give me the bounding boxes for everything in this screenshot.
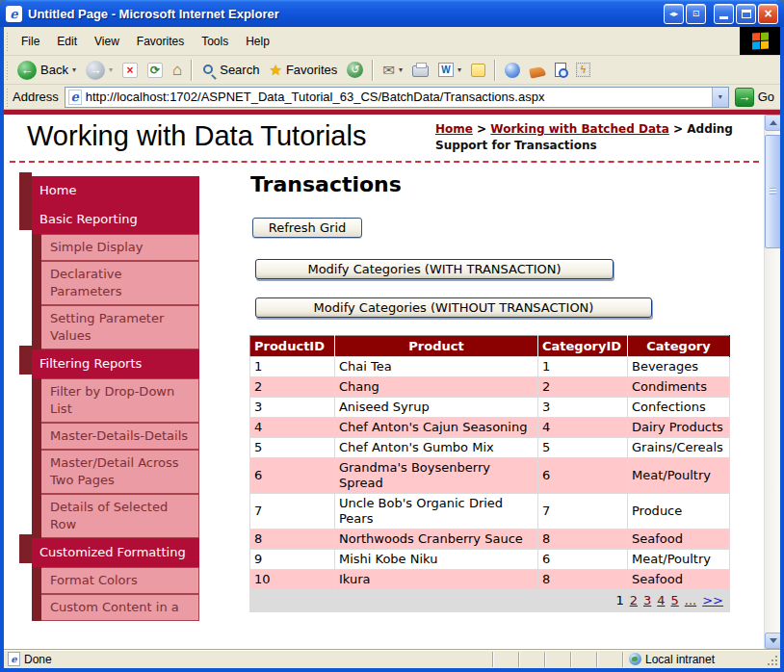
pager-link-[interactable]: >>: [702, 593, 723, 607]
word-icon: W: [438, 63, 454, 77]
history-button[interactable]: ↺: [342, 60, 368, 80]
table-row: 3 Aniseed Syrup 3 Confections: [250, 398, 730, 418]
sidebar-item-format-colors[interactable]: Format Colors: [19, 567, 202, 594]
menu-item-file[interactable]: File: [13, 31, 48, 52]
address-dropdown-button[interactable]: ▾: [712, 88, 728, 107]
sidebar-item-basic-reporting[interactable]: Basic Reporting: [19, 205, 202, 234]
page-body: Home Basic Reporting Simple Display Decl…: [4, 163, 780, 647]
pager-row: 12345...>>: [250, 590, 730, 612]
home-button[interactable]: ⌂: [168, 59, 187, 82]
scroll-down-button[interactable]: [765, 633, 780, 649]
sidebar-item-label: Setting Parameter Values: [41, 305, 199, 349]
cell-product: Aniseed Syrup: [334, 398, 537, 418]
forward-button[interactable]: → ▾: [81, 59, 118, 82]
sidebar-item-master-details-details[interactable]: Master-Details-Details: [19, 423, 202, 450]
menu-item-view[interactable]: View: [86, 31, 128, 52]
print-button[interactable]: [407, 61, 433, 79]
cell-product: Grandma's Boysenberry Spread: [334, 458, 537, 494]
sidebar-item-declarative-parameters[interactable]: Declarative Parameters: [19, 261, 202, 305]
cell-category-id: 1: [538, 357, 628, 377]
pager-link-4[interactable]: 4: [657, 593, 665, 607]
edit-with-word-button[interactable]: W ▾: [433, 61, 466, 79]
menu-item-favorites[interactable]: Favorites: [128, 31, 193, 52]
sidebar-item-label: Details of Selected Row: [41, 494, 199, 538]
pager-link-[interactable]: ...: [685, 593, 696, 607]
status-panel: [492, 652, 518, 667]
status-panel: [544, 652, 570, 667]
window-title: Untitled Page - Microsoft Internet Explo…: [28, 7, 664, 21]
refresh-grid-button[interactable]: Refresh Grid: [252, 218, 362, 238]
mail-icon: ✉: [382, 62, 395, 79]
word-chevron-down-icon[interactable]: ▾: [457, 65, 461, 74]
zone-panel: Local intranet: [622, 652, 765, 667]
modify-with-transaction-button[interactable]: Modify Categories (WITH TRANSACTION): [255, 259, 614, 279]
titlebar-popout-button[interactable]: ⊡: [686, 4, 706, 24]
cell-product-id: 10: [250, 570, 335, 590]
modify-without-transaction-button[interactable]: Modify Categories (WITHOUT TRANSACTION): [255, 297, 652, 318]
sidebar-item-customized-formatting[interactable]: Customized Formatting: [19, 538, 202, 567]
mail-button[interactable]: ✉ ▾: [378, 60, 407, 81]
sidebar-item-accent: [32, 305, 41, 349]
pager-link-5[interactable]: 5: [671, 593, 679, 607]
messenger-button[interactable]: [500, 61, 525, 80]
arrows-icon: ◂▸: [669, 9, 678, 18]
addons-button[interactable]: ϟ: [571, 61, 595, 79]
search-button[interactable]: Search: [196, 61, 264, 80]
find-icon: [555, 63, 566, 77]
favorites-button[interactable]: ★ Favorites: [264, 60, 342, 81]
go-button[interactable]: → Go: [735, 88, 774, 107]
sidebar-item-simple-display[interactable]: Simple Display: [19, 234, 202, 261]
address-url: http://localhost:1702/ASPNET_Data_Tutori…: [86, 90, 712, 104]
sidebar-item-custom-content-in-a[interactable]: Custom Content in a: [19, 594, 202, 621]
menu-item-edit[interactable]: Edit: [48, 31, 86, 52]
window-body: FileEditViewFavoritesToolsHelp ← Back ▾ …: [4, 27, 780, 668]
menu-item-help[interactable]: Help: [237, 31, 278, 52]
breadcrumb-separator: >: [669, 122, 687, 136]
find-button[interactable]: [550, 61, 571, 79]
sidebar-item-filtering-reports[interactable]: Filtering Reports: [19, 349, 202, 378]
main-content: Transactions Refresh Grid Modify Categor…: [247, 172, 738, 612]
sidebar-item-label: Filter by Drop-Down List: [41, 378, 199, 423]
mail-chevron-down-icon[interactable]: ▾: [399, 65, 403, 74]
resize-grip[interactable]: [767, 652, 778, 667]
breadcrumb-section-link[interactable]: Working with Batched Data: [490, 122, 668, 136]
research-button[interactable]: [525, 62, 550, 79]
address-input[interactable]: e http://localhost:1702/ASPNET_Data_Tuto…: [65, 87, 729, 108]
history-icon: ↺: [347, 62, 363, 78]
title-bar[interactable]: e Untitled Page - Microsoft Internet Exp…: [0, 0, 784, 27]
pager-link-3[interactable]: 3: [643, 593, 651, 607]
cell-category: Meat/Poultry: [628, 550, 730, 570]
back-icon: ←: [17, 61, 37, 80]
vertical-scrollbar[interactable]: [764, 115, 780, 649]
close-button[interactable]: ×: [758, 4, 778, 24]
sidebar-item-details-of-selected-row[interactable]: Details of Selected Row: [19, 494, 202, 538]
back-button[interactable]: ← Back ▾: [13, 59, 81, 82]
sidebar-item-setting-parameter-values[interactable]: Setting Parameter Values: [19, 305, 202, 349]
cell-product-id: 9: [250, 550, 335, 570]
refresh-button[interactable]: ⟳: [143, 61, 168, 80]
titlebar-arrows-button[interactable]: ◂▸: [664, 4, 684, 24]
toolbar-grip[interactable]: [6, 61, 9, 80]
cell-category-id: 7: [538, 494, 628, 530]
menu-grip[interactable]: [6, 32, 9, 51]
sidebar-item-home[interactable]: Home: [19, 176, 202, 205]
menu-item-tools[interactable]: Tools: [193, 31, 237, 52]
sidebar-item-filter-by-drop-down-list[interactable]: Filter by Drop-Down List: [19, 378, 202, 423]
pager-link-1: 1: [615, 593, 623, 607]
scroll-thumb[interactable]: [765, 135, 780, 248]
sidebar-item-accent: [32, 234, 41, 261]
sidebar-item-master-detail-across-two-pages[interactable]: Master/Detail Across Two Pages: [19, 450, 202, 494]
scroll-up-button[interactable]: [765, 115, 780, 131]
maximize-button[interactable]: [736, 4, 756, 24]
back-chevron-down-icon[interactable]: ▾: [72, 65, 76, 74]
cell-category-id: 5: [538, 438, 628, 458]
stop-button[interactable]: ×: [118, 61, 143, 80]
pager-link-2[interactable]: 2: [630, 593, 638, 607]
address-grip[interactable]: [6, 88, 9, 107]
breadcrumb-home-link[interactable]: Home: [435, 122, 473, 136]
windows-logo: [740, 27, 780, 55]
site-title: Working with Data Tutorials: [27, 120, 366, 152]
sidebar-item-accent: [32, 450, 41, 494]
minimize-button[interactable]: [714, 4, 734, 24]
notes-button[interactable]: [466, 62, 490, 79]
